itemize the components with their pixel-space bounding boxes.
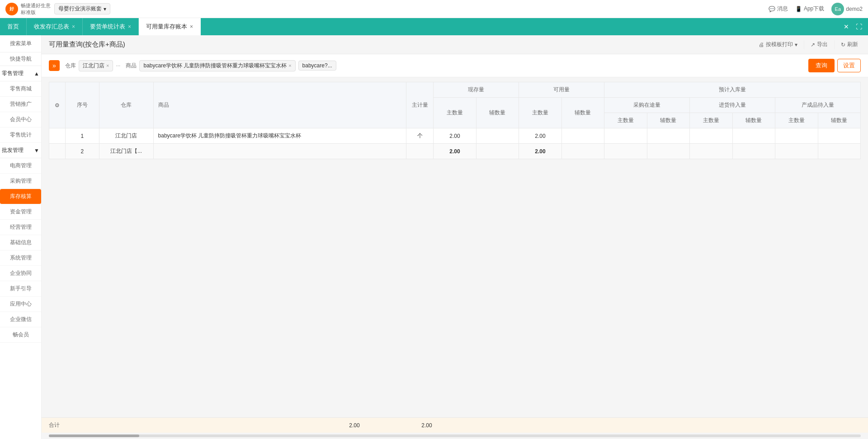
refresh-icon: ↻ [841, 42, 845, 48]
tab-close-receipt[interactable]: × [72, 24, 75, 30]
sidebar-item-guide[interactable]: 新手引导 [0, 281, 41, 297]
refresh-btn[interactable]: ↻ 刷新 [838, 39, 861, 50]
sidebar-item-retail-stats[interactable]: 零售统计 [0, 127, 41, 143]
settings-button[interactable]: 设置 [837, 59, 861, 72]
sidebar-item-purchase[interactable]: 采购管理 [0, 174, 41, 189]
logo-icon: 好 [5, 3, 18, 15]
col-production: 产成品待入量 [775, 98, 861, 113]
row2-product [153, 144, 406, 159]
col-avail-main: 主数量 [519, 98, 561, 128]
logo-text: 畅捷通好生意 标准版 [21, 2, 51, 15]
product-label: 商品 [126, 62, 137, 70]
col-warehouse: 仓库 [99, 82, 153, 128]
sidebar-item-retail[interactable]: 零售管理 ▲ [0, 66, 41, 81]
tab-home[interactable]: 首页 [0, 18, 27, 35]
sidebar-item-inventory[interactable]: 库存核算 [0, 189, 41, 204]
scrollbar-thumb[interactable] [49, 434, 139, 437]
sidebar-item-ecommerce[interactable]: 电商管理 [0, 158, 41, 174]
query-button[interactable]: 查询 [808, 59, 835, 72]
row-avail-main: 2.00 [519, 128, 561, 144]
row2-production-main [775, 144, 818, 159]
col-inbound-aux: 辅数量 [732, 113, 775, 128]
divider2 [834, 40, 835, 49]
page-header: 可用量查询(按仓库+商品) 🖨 按模板打印 ▾ ↗ 导出 ↻ 刷新 [42, 35, 868, 54]
horizontal-scrollbar[interactable] [42, 433, 868, 439]
product-tag-2[interactable]: babycare?... [298, 61, 336, 71]
col-planned-in: 预计入库量 [604, 82, 861, 98]
app-download-action[interactable]: 📱 App下载 [795, 5, 824, 13]
sidebar-search[interactable]: 搜索菜单 [0, 35, 41, 52]
tab-order-stats[interactable]: 要货单统计表 × [83, 18, 139, 35]
message-action[interactable]: 💬 消息 [769, 5, 788, 13]
table-footer: 合计 2.00 2.00 [42, 417, 868, 433]
tab-available-stock[interactable]: 可用量库存账本 × [139, 18, 201, 35]
tab-bar: 首页 收发存汇总表 × 要货单统计表 × 可用量库存账本 × ✕ ⛶ [0, 18, 868, 35]
row-purchase-aux [647, 128, 689, 144]
warehouse-tag-close[interactable]: × [106, 63, 109, 68]
summary-label: 合计 [49, 421, 119, 429]
user-action[interactable]: Ea demo2 [831, 3, 863, 15]
tab-close-stock[interactable]: × [190, 24, 193, 30]
warehouse-tag[interactable]: 江北门店 × [79, 60, 113, 71]
sidebar-item-apps[interactable]: 应用中心 [0, 297, 41, 312]
sidebar-item-wholesale[interactable]: 批发管理 ▼ [0, 143, 41, 158]
col-production-aux: 辅数量 [818, 113, 861, 128]
col-available: 可用量 [519, 82, 604, 98]
message-icon: 💬 [769, 6, 775, 12]
tab-close-all[interactable]: ✕ [841, 21, 852, 32]
row-current-aux [476, 128, 519, 144]
page-header-actions: 🖨 按模板打印 ▾ ↗ 导出 ↻ 刷新 [756, 39, 861, 50]
account-dropdown[interactable]: 母婴行业演示账套 ▾ [54, 3, 110, 14]
col-inbound-main: 主数量 [690, 113, 732, 128]
sidebar-item-member[interactable]: 会员中心 [0, 112, 41, 127]
sidebar-item-wechat[interactable]: 企业微信 [0, 312, 41, 327]
table-row: 1 江北门店 babycare学饮杯 儿童防摔防撞吸管杯重力球吸嘴杯宝宝水杯 个… [49, 128, 861, 144]
main-layout: 搜索菜单 快捷导航 零售管理 ▲ 零售商城 营销推广 会员中心 零售统计 批发管… [0, 35, 868, 439]
row-inbound-main [690, 128, 732, 144]
col-purchase-aux: 辅数量 [647, 113, 689, 128]
filter-actions: 查询 设置 [808, 59, 861, 72]
export-btn[interactable]: ↗ 导出 [808, 39, 830, 50]
col-inbound: 进货待入量 [690, 98, 775, 113]
sidebar-item-member2[interactable]: 畅会员 [0, 327, 41, 343]
col-no: 序号 [66, 82, 99, 128]
filter-expand-btn[interactable]: » [49, 60, 60, 71]
page-title: 可用量查询(按仓库+商品) [49, 40, 125, 49]
logo-area: 好 畅捷通好生意 标准版 [5, 2, 51, 15]
divider [804, 40, 804, 49]
warehouse-more[interactable]: ··· [116, 62, 120, 69]
product-tag-1[interactable]: babycare学饮杯 儿童防摔防撞吸管杯重力球吸嘴杯宝宝水杯 × [139, 60, 295, 71]
sidebar-item-ops[interactable]: 经营管理 [0, 220, 41, 235]
row-current-main: 2.00 [434, 128, 476, 144]
col-purchase-main: 主数量 [604, 113, 647, 128]
chevron-down-icon: ▾ [795, 42, 797, 48]
template-print-btn[interactable]: 🖨 按模板打印 ▾ [756, 39, 800, 50]
sidebar-item-basic[interactable]: 基础信息 [0, 235, 41, 250]
sidebar-item-marketing[interactable]: 营销推广 [0, 97, 41, 112]
sidebar-item-system[interactable]: 系统管理 [0, 250, 41, 266]
sidebar-quick-nav[interactable]: 快捷导航 [0, 52, 41, 66]
tab-receipt-summary[interactable]: 收发存汇总表 × [27, 18, 83, 35]
col-purchase: 采购在途量 [604, 98, 690, 113]
sidebar-item-collab[interactable]: 企业协同 [0, 266, 41, 281]
top-bar-left: 好 畅捷通好生意 标准版 母婴行业演示账套 ▾ [5, 2, 110, 15]
sidebar-item-finance[interactable]: 资金管理 [0, 204, 41, 220]
tab-close-order[interactable]: × [128, 24, 131, 30]
col-avail-aux: 辅数量 [561, 98, 604, 128]
row-production-main [775, 128, 818, 144]
row2-inbound-aux [732, 144, 775, 159]
chevron-icon: ▲ [34, 71, 39, 77]
footer-current-main: 2.00 [336, 422, 373, 429]
chevron-down-icon: ▾ [104, 6, 106, 12]
tab-fullscreen[interactable]: ⛶ [854, 21, 864, 32]
col-production-main: 主数量 [775, 113, 818, 128]
app-icon: 📱 [795, 6, 802, 12]
product-tag-1-close[interactable]: × [288, 63, 291, 68]
sidebar-item-retail-mall[interactable]: 零售商城 [0, 81, 41, 97]
col-current-aux: 辅数量 [476, 98, 519, 128]
col-unit: 主计量 [406, 82, 434, 128]
row-product: babycare学饮杯 儿童防摔防撞吸管杯重力球吸嘴杯宝宝水杯 [153, 128, 406, 144]
sidebar: 搜索菜单 快捷导航 零售管理 ▲ 零售商城 营销推广 会员中心 零售统计 批发管… [0, 35, 42, 439]
warehouse-label: 仓库 [65, 62, 76, 70]
col-current-main: 主数量 [434, 98, 476, 128]
